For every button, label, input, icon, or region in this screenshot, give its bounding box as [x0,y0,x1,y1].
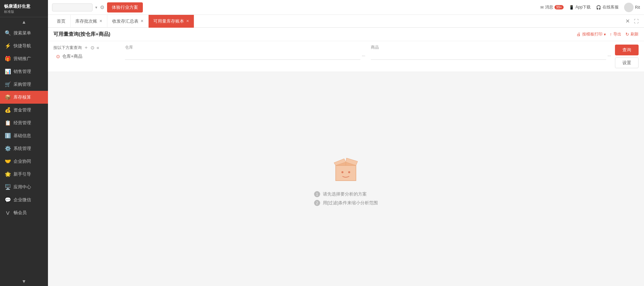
product-input-row: ··· [371,52,611,60]
message-button[interactable]: ✉ 消息 99+ [540,4,564,10]
product-input[interactable] [371,52,606,60]
print-button[interactable]: 🖨 按模板打印 ▾ [576,31,606,37]
sidebar-item-inventory[interactable]: 📦 库存核算 [0,91,48,104]
svg-point-5 [341,171,343,173]
svg-point-6 [348,171,350,173]
empty-tip-2: 2 用[过滤]条件来缩小分析范围 [314,200,378,206]
page-header-actions: 🖨 按模板打印 ▾ ↑ 导出 ↻ 刷新 [576,31,639,37]
warehouse-input-row: ··· [125,52,365,60]
filter-area: 按以下方案查询 ＋ ⊙ « ⊙ 仓库+商品 仓库 ··· 商品 [48,41,644,72]
filter-warehouse-field: 仓库 ··· [125,45,365,60]
trial-button[interactable]: 体验行业方案 [107,2,143,12]
product-more-button[interactable]: ··· [608,53,611,58]
filter-scheme-header: 按以下方案查询 ＋ ⊙ « [53,45,121,51]
empty-state: 1 请先选择要分析的方案 2 用[过滤]条件来缩小分析范围 [314,152,378,206]
warehouse-label: 仓库 [125,45,365,50]
scheme-icon: ⊙ [56,54,60,59]
cart-icon: 🛒 [5,81,11,87]
info-icon: ℹ️ [5,133,11,139]
sidebar-item-search[interactable]: 🔍 搜索菜单 [0,27,48,40]
phone-icon: 📱 [569,5,574,10]
empty-tip-1: 1 请先选择要分析的方案 [314,191,378,197]
tabs-actions: ✕ ⛶ [624,18,640,24]
vip-icon: V [5,210,11,216]
sidebar-item-sales[interactable]: 📊 销售管理 [0,65,48,78]
filter-scheme: 按以下方案查询 ＋ ⊙ « ⊙ 仓库+商品 [53,45,121,61]
scheme-item-warehouse-product[interactable]: ⊙ 仓库+商品 [53,52,121,61]
filter-fields: 仓库 ··· 商品 ··· [125,45,611,60]
star-icon: 🌟 [5,171,11,177]
scheme-add-button[interactable]: ＋ [84,45,88,51]
refresh-button[interactable]: ↻ 刷新 [625,31,639,37]
filter-action-buttons: 查询 设置 [615,45,639,68]
monitor-icon: 🖥️ [5,184,11,190]
export-button[interactable]: ↑ 导出 [610,31,622,37]
filter-product-field: 商品 ··· [371,45,611,60]
scheme-settings-button[interactable]: ⊙ [91,45,95,50]
topbar-gear-icon[interactable]: ⚙ [100,4,104,10]
sidebar-item-enterprise[interactable]: 🤝 企业协同 [0,155,48,168]
tab-home[interactable]: 首页 [52,15,71,28]
empty-tips: 1 请先选择要分析的方案 2 用[过滤]条件来缩小分析范围 [314,191,378,206]
online-service-button[interactable]: 🎧 在线客服 [596,4,619,10]
headset-icon: 🎧 [596,5,601,10]
product-label: 商品 [371,45,611,50]
warehouse-more-button[interactable]: ··· [362,53,365,58]
refresh-icon: ↻ [625,32,629,37]
gear-icon: ⚙️ [5,146,11,152]
tabs-bar: 首页 库存批次账 ✕ 收发存汇总表 ✕ 可用量库存账本 ✕ ✕ ⛶ [48,15,644,28]
tabs-expand-button[interactable]: ⛶ [633,19,640,24]
message-icon: ✉ [540,5,544,10]
sidebar-item-appstore[interactable]: 🖥️ 应用中心 [0,181,48,193]
export-icon: ↑ [610,32,612,37]
query-button[interactable]: 查询 [615,45,639,55]
app-download-button[interactable]: 📱 App下载 [569,4,591,10]
chart-icon: 📊 [5,69,11,75]
box-icon: 📦 [5,94,11,100]
sidebar-scroll-up[interactable]: ▲ [0,17,48,27]
handshake-icon: 🤝 [5,158,11,164]
print-icon: 🖨 [576,32,581,37]
tab-batch-account[interactable]: 库存批次账 ✕ [71,15,107,28]
tabs-close-all-button[interactable]: ✕ [624,18,631,24]
sidebar-item-wechat[interactable]: 💬 企业微信 [0,193,48,206]
lightning-icon: ⚡ [5,43,11,49]
sidebar-item-purchase[interactable]: 🛒 采购管理 [0,78,48,91]
chat-icon: 💬 [5,197,11,203]
sidebar-item-member[interactable]: V 畅会员 [0,206,48,219]
main-content: ▾ ⚙ 体验行业方案 ✉ 消息 99+ 📱 App下载 🎧 在线客服 Rit [48,0,644,286]
page-title: 可用量查询(按仓库+商品) [53,31,110,37]
money-icon: 💰 [5,107,11,113]
sidebar-header: 畅康通好生意 标准版 [0,0,48,17]
sidebar-item-shortcut[interactable]: ⚡ 快捷导航 [0,40,48,52]
topbar-chevron-icon[interactable]: ▾ [95,5,97,10]
warehouse-input[interactable] [125,52,360,60]
sidebar-scroll-down[interactable]: ▼ [0,277,48,286]
sidebar-nav: 🔍 搜索菜单 ⚡ 快捷导航 🎁 营销推广 📊 销售管理 🛒 采购管理 📦 库存核… [0,27,48,277]
sidebar: 畅康通好生意 标准版 ▲ 🔍 搜索菜单 ⚡ 快捷导航 🎁 营销推广 📊 销售管理… [0,0,48,286]
sidebar-item-system[interactable]: ⚙️ 系统管理 [0,142,48,155]
tab-close-available-qty[interactable]: ✕ [186,19,189,23]
page-header: 可用量查询(按仓库+商品) 🖨 按模板打印 ▾ ↑ 导出 ↻ 刷新 [48,28,644,41]
topbar-right: ✉ 消息 99+ 📱 App下载 🎧 在线客服 Rit [540,3,640,12]
tab-receive-summary[interactable]: 收发存汇总表 ✕ [107,15,149,28]
user-avatar[interactable]: Rit [624,3,640,12]
tab-close-receive-summary[interactable]: ✕ [140,19,144,23]
settings-button[interactable]: 设置 [615,57,639,68]
tab-close-batch-account[interactable]: ✕ [99,19,102,23]
sidebar-item-finance[interactable]: 💰 资金管理 [0,104,48,116]
tab-available-qty[interactable]: 可用量库存账本 ✕ [149,15,194,28]
topbar-search-input[interactable] [52,3,93,11]
sidebar-item-operations[interactable]: 📋 经营管理 [0,116,48,129]
sidebar-item-guide[interactable]: 🌟 新手引导 [0,168,48,181]
empty-illustration [326,152,366,186]
svg-marker-0 [336,165,356,181]
print-chevron-icon: ▾ [604,32,606,37]
sidebar-item-basic[interactable]: ℹ️ 基础信息 [0,129,48,142]
search-icon: 🔍 [5,30,11,36]
scheme-collapse-button[interactable]: « [97,45,99,50]
content-area: 1 请先选择要分析的方案 2 用[过滤]条件来缩小分析范围 [48,72,644,286]
app-logo: 畅康通好生意 标准版 [4,3,44,14]
gift-icon: 🎁 [5,56,11,62]
sidebar-item-marketing[interactable]: 🎁 营销推广 [0,52,48,65]
